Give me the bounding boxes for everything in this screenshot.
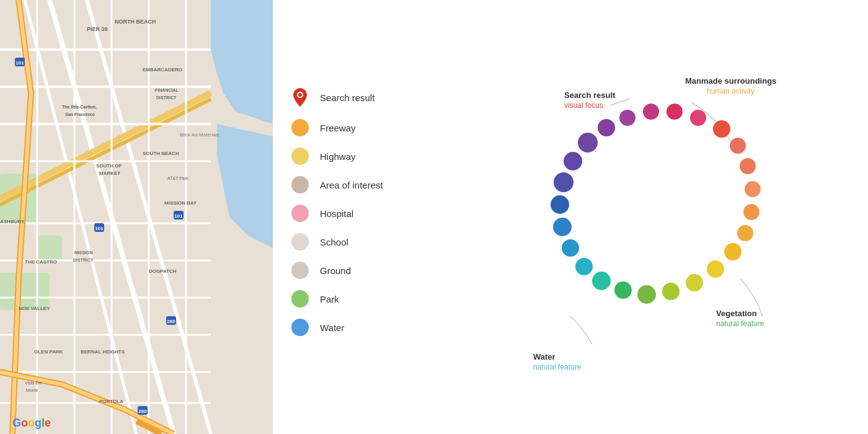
legend-label-area-of-interest: Area of interest bbox=[320, 180, 383, 190]
legend-label-school: School bbox=[320, 237, 348, 247]
legend-item-park: Park bbox=[291, 290, 428, 308]
hospital-dot bbox=[291, 205, 309, 222]
legend-item-water: Water bbox=[291, 319, 428, 336]
svg-text:SOUTH OF: SOUTH OF bbox=[96, 163, 122, 169]
svg-rect-2 bbox=[0, 273, 50, 310]
svg-text:280: 280 bbox=[167, 319, 175, 324]
svg-point-75 bbox=[562, 239, 579, 257]
legend-label-freeway: Freeway bbox=[320, 123, 356, 133]
svg-text:natural feature: natural feature bbox=[716, 319, 764, 328]
park-dot bbox=[291, 290, 309, 308]
svg-text:NOE VALLEY: NOE VALLEY bbox=[19, 306, 50, 311]
legend-item-school: School bbox=[291, 233, 428, 250]
svg-text:San Francisco: San Francisco bbox=[65, 112, 95, 117]
svg-text:THE CASTRO: THE CASTRO bbox=[25, 259, 57, 265]
svg-point-61 bbox=[713, 120, 730, 138]
svg-text:101: 101 bbox=[174, 213, 183, 219]
svg-point-76 bbox=[553, 218, 572, 236]
legend-label-highway: Highway bbox=[320, 151, 356, 162]
area-of-interest-dot bbox=[291, 176, 309, 193]
svg-text:DOGPATCH: DOGPATCH bbox=[149, 268, 177, 274]
svg-point-68 bbox=[707, 260, 724, 278]
svg-text:DISTRICT: DISTRICT bbox=[73, 258, 94, 262]
svg-text:MARKET: MARKET bbox=[99, 170, 120, 176]
svg-point-66 bbox=[737, 225, 753, 241]
svg-text:FINANCIAL: FINANCIAL bbox=[155, 88, 179, 92]
svg-text:Search result: Search result bbox=[564, 91, 616, 100]
legend-label-water: Water bbox=[320, 322, 344, 333]
map-section: PIER 39 NORTH BEACH EMBARCADERO FINANCIA… bbox=[0, 0, 273, 434]
legend-item-hospital: Hospital bbox=[291, 205, 428, 222]
legend-label-hospital: Hospital bbox=[320, 208, 353, 219]
svg-point-73 bbox=[592, 272, 611, 290]
legend-section: Search result Freeway Highway Area of in… bbox=[273, 0, 446, 434]
svg-point-84 bbox=[666, 104, 683, 120]
svg-text:The Ritz-Carlton,: The Ritz-Carlton, bbox=[62, 105, 97, 110]
color-wheel-diagram: Search result visual focus Manmade surro… bbox=[496, 56, 818, 378]
svg-point-74 bbox=[575, 258, 593, 275]
svg-text:101: 101 bbox=[16, 60, 24, 66]
legend-item-ground: Ground bbox=[291, 262, 428, 279]
svg-text:DISTRICT: DISTRICT bbox=[156, 95, 177, 100]
school-dot bbox=[291, 233, 309, 250]
svg-point-67 bbox=[724, 243, 742, 260]
svg-point-79 bbox=[564, 152, 582, 170]
legend-item-freeway: Freeway bbox=[291, 119, 428, 136]
svg-text:101: 101 bbox=[95, 226, 104, 231]
svg-point-81 bbox=[598, 119, 615, 136]
ground-dot bbox=[291, 262, 309, 279]
svg-text:EMBARCADERO: EMBARCADERO bbox=[143, 67, 182, 73]
svg-point-60 bbox=[298, 93, 302, 97]
svg-text:visual focus: visual focus bbox=[564, 101, 603, 110]
svg-point-62 bbox=[730, 138, 746, 154]
svg-text:Blick Art Materials: Blick Art Materials bbox=[180, 132, 219, 138]
svg-point-85 bbox=[690, 110, 706, 126]
svg-rect-3 bbox=[37, 236, 62, 260]
svg-text:MISSION BAY: MISSION BAY bbox=[164, 200, 197, 206]
svg-text:BERNAL HEIGHTS: BERNAL HEIGHTS bbox=[81, 349, 125, 355]
svg-point-83 bbox=[643, 104, 659, 120]
legend-item-area-of-interest: Area of interest bbox=[291, 176, 428, 193]
svg-point-71 bbox=[637, 285, 656, 304]
svg-text:MISSION: MISSION bbox=[74, 250, 93, 255]
svg-point-77 bbox=[551, 195, 569, 214]
svg-point-64 bbox=[745, 181, 761, 197]
svg-point-78 bbox=[554, 172, 574, 192]
svg-text:Manmade surroundings: Manmade surroundings bbox=[685, 76, 776, 86]
svg-text:human activity: human activity bbox=[707, 87, 755, 95]
svg-text:PORTOLA: PORTOLA bbox=[99, 399, 123, 404]
svg-point-82 bbox=[619, 110, 636, 126]
svg-text:Vista Del: Vista Del bbox=[25, 381, 42, 385]
legend-item-search-result: Search result bbox=[291, 87, 428, 108]
svg-point-63 bbox=[740, 158, 756, 174]
svg-text:NORTH BEACH: NORTH BEACH bbox=[115, 19, 156, 25]
svg-text:ASHBURY: ASHBURY bbox=[0, 219, 25, 224]
legend-item-highway: Highway bbox=[291, 148, 428, 165]
legend-label-ground: Ground bbox=[320, 265, 351, 276]
svg-text:Monte: Monte bbox=[26, 388, 38, 392]
svg-text:PIER 39: PIER 39 bbox=[87, 26, 108, 32]
legend-label-park: Park bbox=[320, 294, 339, 304]
svg-text:SOUTH BEACH: SOUTH BEACH bbox=[143, 151, 179, 156]
freeway-dot bbox=[291, 119, 309, 136]
svg-point-69 bbox=[686, 274, 703, 291]
svg-text:AT&T Park: AT&T Park bbox=[167, 176, 188, 180]
svg-point-80 bbox=[578, 133, 598, 153]
diagram-section: Search result visual focus Manmade surro… bbox=[446, 0, 868, 434]
svg-text:natural feature: natural feature bbox=[533, 363, 582, 371]
svg-text:280: 280 bbox=[138, 409, 147, 414]
svg-text:Vegetation: Vegetation bbox=[716, 309, 757, 318]
svg-point-70 bbox=[662, 283, 680, 300]
legend-label-search-result: Search result bbox=[320, 92, 374, 103]
svg-text:Google: Google bbox=[12, 417, 51, 429]
svg-text:GLEN PARK: GLEN PARK bbox=[34, 349, 63, 355]
svg-text:Water: Water bbox=[533, 352, 556, 361]
water-dot bbox=[291, 319, 309, 336]
highway-dot bbox=[291, 148, 309, 165]
search-result-pin-icon bbox=[291, 87, 309, 108]
svg-point-65 bbox=[743, 204, 760, 220]
svg-point-72 bbox=[614, 281, 632, 299]
